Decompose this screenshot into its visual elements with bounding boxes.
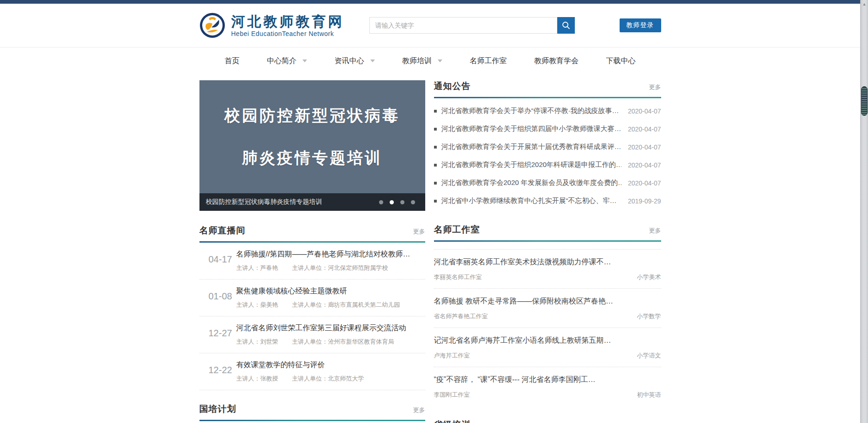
notice-title[interactable]: 河北省教师教育学会关于组织2020年科研课题申报工作的… bbox=[441, 161, 621, 169]
vertical-scrollbar[interactable]: ▲ bbox=[860, 0, 868, 423]
notice-date: 2020-04-07 bbox=[628, 107, 661, 115]
nav-item-label: 中心简介 bbox=[267, 56, 296, 66]
scrollbar-thumb[interactable] bbox=[861, 86, 868, 116]
carousel-dot[interactable] bbox=[400, 200, 404, 204]
section-underline bbox=[434, 97, 661, 98]
section-title-national-training: 国培计划 bbox=[199, 403, 236, 415]
carousel-dot[interactable] bbox=[411, 200, 415, 204]
workshop-title[interactable]: 记河北省名师卢海芹工作室小语名师线上教研第五期… bbox=[434, 336, 661, 346]
nav-item-society[interactable]: 教师教育学会 bbox=[534, 56, 579, 66]
search-input[interactable] bbox=[369, 17, 557, 34]
section-title-notices: 通知公告 bbox=[434, 80, 471, 92]
list-item: 河北省李丽英名师工作室美术技法微视频助力停课不… 李丽英名师工作室 小学美术 bbox=[434, 249, 661, 288]
national-training-section: 国培计划 更多 bbox=[199, 403, 425, 421]
carousel-caption[interactable]: 校园防控新型冠状病毒肺炎疫情专题培训 bbox=[206, 198, 374, 206]
site-header: 河北教师教育网 Hebei EducationTeacher Network 教… bbox=[0, 4, 860, 47]
workshop-title[interactable]: 河北省李丽英名师工作室美术技法微视频助力停课不… bbox=[434, 257, 661, 267]
more-link-live-room[interactable]: 更多 bbox=[413, 227, 425, 236]
nav-item-downloads[interactable]: 下载中心 bbox=[606, 56, 636, 66]
slide-headline-line2: 肺炎疫情专题培训 bbox=[242, 148, 382, 169]
workshop-category: 小学美术 bbox=[637, 273, 661, 281]
chevron-down-icon bbox=[302, 60, 307, 62]
more-link-national-training[interactable]: 更多 bbox=[413, 406, 425, 414]
bullet-square-icon bbox=[434, 110, 437, 113]
notices-section: 通知公告 更多 河北省教师教育学会关于举办“停课不停教·我的战疫故事… 2020… bbox=[434, 80, 661, 210]
workshop-studio: 省名师芦春艳工作室 bbox=[434, 312, 488, 321]
nav-item-label: 首页 bbox=[225, 56, 240, 66]
list-item: 河北省教师教育学会关于组织2020年科研课题申报工作的… 2020-04-07 bbox=[434, 156, 661, 174]
slide-headline-line1: 校园防控新型冠状病毒 bbox=[224, 105, 400, 126]
bullet-square-icon bbox=[434, 128, 437, 131]
more-link-notices[interactable]: 更多 bbox=[649, 83, 661, 91]
logo-emblem-icon bbox=[199, 12, 225, 38]
main-nav: 首页 中心简介 资讯中心 教师培训 名师工作室 教师教育学会 下载中心 bbox=[0, 47, 860, 74]
carousel-slide: 校园防控新型冠状病毒 肺炎疫情专题培训 bbox=[199, 80, 425, 193]
list-item: 记河北省名师卢海芹工作室小语名师线上教研第五期… 卢海芹工作室 小学语文 bbox=[434, 328, 661, 367]
carousel-dot[interactable] bbox=[390, 200, 394, 204]
nav-item-label: 下载中心 bbox=[606, 56, 636, 66]
notice-title[interactable]: 河北省教师教育学会关于举办“停课不停教·我的战疫故事… bbox=[441, 107, 621, 115]
live-item-title[interactable]: 名师驰援//第四期——芦春艳老师与湖北结对校教师… bbox=[236, 250, 425, 259]
nav-item-label: 资讯中心 bbox=[335, 56, 364, 66]
live-item-unit: 主讲人单位：廊坊市直属机关第二幼儿园 bbox=[292, 301, 400, 308]
nav-item-workshops[interactable]: 名师工作室 bbox=[470, 56, 507, 66]
live-item-meta: 主讲人：芦春艳 主讲人单位：河北保定师范附属学校 bbox=[236, 264, 425, 272]
notice-title[interactable]: 河北省教师教育学会关于组织第四届中小学教师微课大赛… bbox=[441, 125, 621, 133]
carousel-caption-bar: 校园防控新型冠状病毒肺炎疫情专题培训 bbox=[199, 193, 425, 211]
bullet-square-icon bbox=[434, 164, 437, 167]
nav-item-about[interactable]: 中心简介 bbox=[267, 56, 307, 66]
live-item-date: 04-17 bbox=[199, 250, 236, 272]
live-item-meta: 主讲人：张教授 主讲人单位：北京师范大学 bbox=[236, 375, 425, 383]
bullet-square-icon bbox=[434, 146, 437, 149]
bullet-square-icon bbox=[434, 200, 437, 203]
notice-date: 2019-09-29 bbox=[628, 197, 661, 205]
live-item-title[interactable]: 聚焦健康领域核心经验主题微教研 bbox=[236, 286, 425, 296]
provincial-training-section: 省级培训 更多 bbox=[434, 419, 661, 423]
search-icon bbox=[562, 21, 570, 30]
carousel-dots bbox=[379, 200, 415, 204]
list-item: 河北省教师教育学会关于开展第十届优秀教育科研成果评… 2020-04-07 bbox=[434, 138, 661, 156]
notice-title[interactable]: 河北省教师教育学会2020 年发展新会员及收缴年度会费的… bbox=[441, 179, 621, 187]
live-item-unit: 主讲人单位：河北保定师范附属学校 bbox=[292, 264, 388, 271]
notice-title[interactable]: 河北省教师教育学会关于开展第十届优秀教育科研成果评… bbox=[441, 143, 621, 151]
site-title: 河北教师教育网 bbox=[231, 14, 344, 29]
notice-date: 2020-04-07 bbox=[628, 161, 661, 169]
workshop-studio: 李丽英名师工作室 bbox=[434, 273, 482, 281]
nav-item-label: 教师教育学会 bbox=[534, 56, 579, 66]
list-item: 河北省教师教育学会2020 年发展新会员及收缴年度会费的… 2020-04-07 bbox=[434, 174, 661, 192]
list-item: 12-27 河北省名师刘世荣工作室第三届好课程展示交流活动 主讲人：刘世荣 主讲… bbox=[199, 316, 425, 353]
chevron-down-icon bbox=[438, 60, 442, 62]
workshop-title[interactable]: “疫”不容辞， “课”不容缓--- 河北省名师李国刚工… bbox=[434, 375, 661, 385]
live-item-speaker: 主讲人：芦春艳 bbox=[236, 264, 278, 271]
more-link-workshops[interactable]: 更多 bbox=[649, 226, 661, 235]
list-item: 04-17 名师驰援//第四期——芦春艳老师与湖北结对校教师… 主讲人：芦春艳 … bbox=[199, 243, 425, 280]
list-item: 河北省教师教育学会关于举办“停课不停教·我的战疫故事… 2020-04-07 bbox=[434, 102, 661, 120]
list-item: 名师驰援 教研不走寻常路——保师附校南校区芦春艳… 省名师芦春艳工作室 小学数学 bbox=[434, 288, 661, 328]
teacher-login-button[interactable]: 教师登录 bbox=[620, 18, 661, 32]
nav-item-home[interactable]: 首页 bbox=[225, 56, 240, 66]
live-room-list: 04-17 名师驰援//第四期——芦春艳老师与湖北结对校教师… 主讲人：芦春艳 … bbox=[199, 243, 425, 390]
search-button[interactable] bbox=[557, 17, 575, 34]
section-title-provincial-training: 省级培训 bbox=[434, 419, 471, 423]
live-item-meta: 主讲人：柴美艳 主讲人单位：廊坊市直属机关第二幼儿园 bbox=[236, 301, 425, 309]
notice-list: 河北省教师教育学会关于举办“停课不停教·我的战疫故事… 2020-04-07 河… bbox=[434, 102, 661, 210]
nav-item-training[interactable]: 教师培训 bbox=[402, 56, 442, 66]
live-item-date: 12-27 bbox=[199, 323, 236, 346]
workshop-category: 小学语文 bbox=[637, 352, 661, 360]
workshop-category: 初中英语 bbox=[637, 391, 661, 399]
workshop-category: 小学数学 bbox=[637, 312, 661, 321]
live-item-unit: 主讲人单位：北京师范大学 bbox=[292, 375, 364, 382]
carousel-dot[interactable] bbox=[379, 200, 383, 204]
site-logo[interactable]: 河北教师教育网 Hebei EducationTeacher Network bbox=[199, 12, 344, 38]
scroll-up-arrow-icon[interactable]: ▲ bbox=[861, 0, 868, 8]
nav-item-news[interactable]: 资讯中心 bbox=[335, 56, 375, 66]
notice-date: 2020-04-07 bbox=[628, 125, 661, 133]
list-item: “疫”不容辞， “课”不容缓--- 河北省名师李国刚工… 李国刚工作室 初中英语 bbox=[434, 367, 661, 406]
workshop-studio: 卢海芹工作室 bbox=[434, 352, 470, 360]
notice-title[interactable]: 河北省中小学教师继续教育中心扎实开展“不忘初心、牢… bbox=[441, 197, 621, 205]
live-item-title[interactable]: 河北省名师刘世荣工作室第三届好课程展示交流活动 bbox=[236, 323, 425, 333]
workshop-title[interactable]: 名师驰援 教研不走寻常路——保师附校南校区芦春艳… bbox=[434, 297, 661, 306]
hero-carousel[interactable]: 校园防控新型冠状病毒 肺炎疫情专题培训 校园防控新型冠状病毒肺炎疫情专题培训 bbox=[199, 80, 425, 211]
search-bar bbox=[369, 17, 575, 34]
live-item-title[interactable]: 有效课堂教学的特征与评价 bbox=[236, 360, 425, 370]
